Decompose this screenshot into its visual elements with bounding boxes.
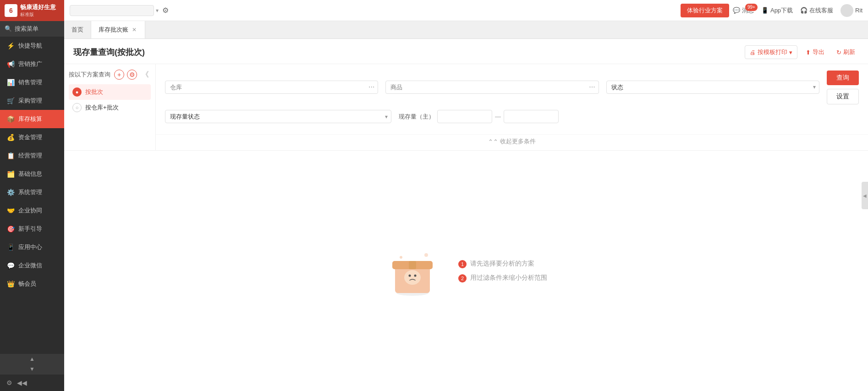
page-title: 现存量查询(按批次) [73,47,145,58]
inventory-qty-min[interactable] [437,110,492,123]
sidebar-item-operations[interactable]: 📋 经营管理 [0,147,64,165]
topbar-breadcrumb-area: ▾ ⚙ [70,5,673,16]
message-icon: 💬 [733,7,740,14]
empty-hints: 1 请先选择要分析的方案 2 用过滤条件来缩小分析范围 [458,260,547,282]
tab-home[interactable]: 首页 [64,21,91,38]
inventory-qty-range: 现存量（主） — [399,110,625,123]
search-icon: 🔍 [5,25,12,32]
svg-point-6 [414,274,417,277]
topbar-search-input[interactable] [70,5,154,16]
plan-icon-by-batch: ● [72,87,82,97]
plan-icon-by-warehouse: ○ [72,103,82,112]
warehouse-field: ··· [165,81,378,94]
inventory-qty-max[interactable] [504,110,559,123]
inventory-icon: 📦 [6,115,15,123]
right-edge-toggle[interactable]: ◀ [862,182,868,209]
filter-area: 按以下方案查询 + ⚙ 《 ● 按批次 ○ 按仓库+批次 [64,64,868,151]
plan-item-by-warehouse-batch[interactable]: ○ 按仓库+批次 [69,100,151,115]
topbar-chevron-icon[interactable]: ▾ [156,7,159,14]
sidebar-item-finance[interactable]: 💰 资金管理 [0,128,64,147]
refresh-icon: ↻ [836,49,841,56]
topbar-right: 💬 消息 99+ 📱 App下载 🎧 在线客服 Rit [733,4,863,17]
template-print-button[interactable]: 🖨 按模板打印 ▾ [745,45,797,59]
sidebar-item-membership[interactable]: 👑 畅会员 [0,275,64,293]
sidebar-item-sales[interactable]: 📊 销售管理 [0,73,64,92]
sidebar-item-system[interactable]: ⚙️ 系统管理 [0,183,64,201]
messages-badge: 99+ [745,4,758,11]
hint-num-2: 2 [458,274,467,282]
add-plan-button[interactable]: + [114,70,124,80]
trial-button[interactable]: 体验行业方案 [681,4,729,17]
purchase-icon: 🛒 [6,97,15,105]
empty-illustration [385,244,440,299]
phone-icon: 📱 [761,7,769,14]
sidebar-item-app-center[interactable]: 📱 应用中心 [0,238,64,256]
inventory-status-select[interactable]: 现存量状态 [165,110,391,123]
sidebar-item-marketing[interactable]: 📢 营销推广 [0,55,64,73]
product-dots[interactable]: ··· [589,83,595,91]
app-center-icon: 📱 [6,243,15,251]
tab-batch-account[interactable]: 库存批次账 ✕ [91,21,145,38]
status-field: 状态 ▾ [606,81,819,94]
topbar: ▾ ⚙ 体验行业方案 💬 消息 99+ 📱 App下载 🎧 在线客服 Rit [64,0,868,21]
hint-num-1: 1 [458,260,467,268]
collapse-plan-button[interactable]: 《 [140,70,151,80]
topbar-gear-icon[interactable]: ⚙ [162,6,169,15]
svg-point-7 [400,256,402,259]
plan-item-by-batch[interactable]: ● 按批次 [69,84,151,100]
app-download-item[interactable]: 📱 App下载 [761,6,793,15]
product-input[interactable] [385,81,599,94]
tabs-bar: 首页 库存批次账 ✕ [64,21,868,39]
chevron-up-icon: ⌃⌃ [488,138,498,145]
sidebar-item-newbie[interactable]: 🎯 新手引导 [0,220,64,238]
warehouse-dots[interactable]: ··· [368,83,374,91]
headset-icon: 🎧 [800,7,808,14]
sidebar-footer: ⚙ ◀◀ [0,374,64,391]
svg-point-5 [409,274,411,277]
filter-fields: ··· ··· 状态 ▾ [156,64,868,134]
settings-plan-button[interactable]: ⚙ [127,70,137,80]
customer-service-item[interactable]: 🎧 在线客服 [800,6,833,15]
sidebar-settings-button[interactable]: ⚙ [6,379,12,386]
settings-button[interactable]: 设置 [827,89,859,104]
user-avatar-area[interactable]: Rit [841,4,863,17]
sidebar-item-basics[interactable]: 🗂️ 基础信息 [0,165,64,183]
finance-icon: 💰 [6,133,15,141]
messages-item[interactable]: 💬 消息 99+ [733,6,754,15]
sidebar-item-inventory[interactable]: 📦 库存核算 [0,110,64,128]
collapse-more-button[interactable]: ⌃⌃ 收起更多条件 [156,134,868,150]
status-select[interactable]: 状态 [606,81,819,94]
sidebar-scroll-down[interactable]: ▼ [0,364,64,374]
warehouse-input[interactable] [165,81,378,94]
filter-actions-col: 查询 设置 [827,70,859,104]
sidebar-item-purchase[interactable]: 🛒 采购管理 [0,92,64,110]
main-area: ▾ ⚙ 体验行业方案 💬 消息 99+ 📱 App下载 🎧 在线客服 Rit [64,0,868,391]
query-button[interactable]: 查询 [827,71,859,85]
refresh-button[interactable]: ↻ 刷新 [833,46,859,59]
export-icon: ⬆ [806,49,811,56]
sidebar-item-quick-nav[interactable]: ⚡ 快捷导航 [0,37,64,55]
plan-panel: 按以下方案查询 + ⚙ 《 ● 按批次 ○ 按仓库+批次 [64,64,156,150]
user-avatar [841,4,853,17]
tab-close-button[interactable]: ✕ [131,27,137,33]
empty-svg [385,244,440,299]
sidebar: 6 畅康通好生意 标准版 🔍 搜索菜单 ⚡ 快捷导航 📢 营销推广 📊 销售管理… [0,0,64,391]
sidebar-search[interactable]: 🔍 搜索菜单 [0,21,64,37]
plan-panel-actions: + ⚙ 《 [114,70,151,80]
basics-icon: 🗂️ [6,170,15,178]
sidebar-collapse-button[interactable]: ◀◀ [17,379,27,386]
product-field: ··· [385,81,599,94]
sidebar-scroll-up[interactable]: ▲ [0,354,64,364]
range-dash-icon: — [495,113,501,120]
template-print-arrow: ▾ [789,49,792,56]
sales-icon: 📊 [6,78,15,87]
export-button[interactable]: ⬆ 导出 [802,46,828,59]
sidebar-item-wechat[interactable]: 💬 企业微信 [0,256,64,275]
hint-text-2: 用过滤条件来缩小分析范围 [470,274,547,282]
sidebar-item-enterprise[interactable]: 🤝 企业协同 [0,201,64,220]
svg-point-9 [430,263,432,265]
newbie-icon: 🎯 [6,225,15,233]
quick-nav-icon: ⚡ [6,42,15,50]
operations-icon: 📋 [6,152,15,160]
app-logo: 6 [5,4,17,17]
